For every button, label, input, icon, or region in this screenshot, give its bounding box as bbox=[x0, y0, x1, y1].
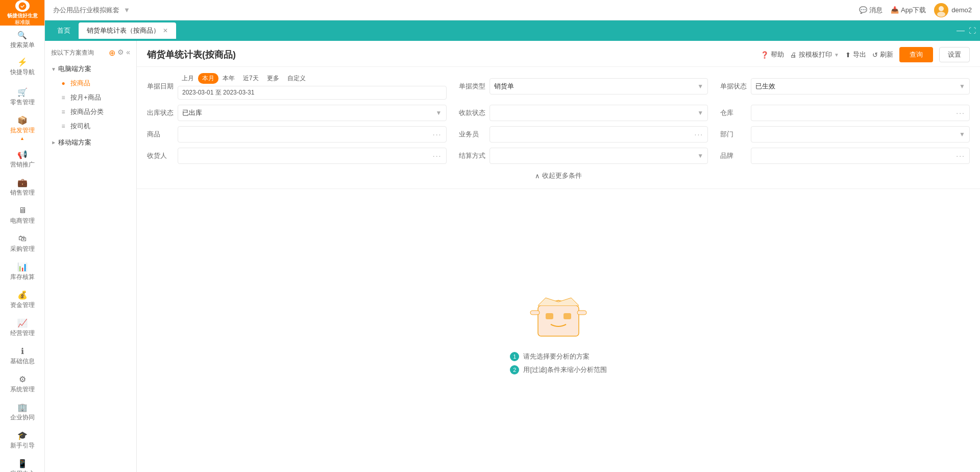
date-tab-7days[interactable]: 近7天 bbox=[239, 73, 263, 84]
filter-group-mobile-header[interactable]: ▼ 移动端方案 bbox=[45, 135, 136, 150]
retail-icon: 🛒 bbox=[17, 87, 28, 97]
filter-row-4: 收货人 ··· 结算方式 ▼ bbox=[147, 148, 970, 164]
sidebar-item-retail[interactable]: 🛒 零售管理 bbox=[0, 83, 44, 111]
app-logo: 畅捷信好生意 标准版 bbox=[0, 0, 45, 26]
settings-button[interactable]: 设置 bbox=[939, 47, 970, 62]
filter-field-brand: 品牌 ··· bbox=[720, 148, 970, 164]
settlement-caret-icon: ▼ bbox=[697, 152, 703, 159]
empty-state-text: 1 请先选择要分析的方案 2 用[过滤]条件来缩小分析范围 bbox=[510, 352, 606, 379]
by-product-icon: ● bbox=[59, 79, 67, 87]
department-caret-icon: ▼ bbox=[959, 131, 965, 138]
date-tab-this-month[interactable]: 本月 bbox=[198, 73, 218, 84]
by-product-category-label: 按商品分类 bbox=[70, 107, 104, 116]
out-status-select[interactable]: 已出库 ▼ bbox=[178, 105, 447, 121]
step-2-text: 用[过滤]条件来缩小分析范围 bbox=[523, 365, 606, 374]
date-tab-custom[interactable]: 自定义 bbox=[283, 73, 310, 84]
sidebar-item-ecommerce[interactable]: 🖥 电商管理 bbox=[0, 201, 44, 229]
brand-input[interactable]: ··· bbox=[751, 148, 970, 164]
finance-icon: 💰 bbox=[17, 290, 28, 300]
search-menu[interactable]: 🔍 搜索菜单 bbox=[0, 26, 44, 53]
newbie-icon: 🎓 bbox=[17, 430, 28, 440]
sidebar-item-inventory[interactable]: 📊 库存核算 bbox=[0, 257, 44, 286]
filter-field-out-status: 出库状态 已出库 ▼ bbox=[147, 105, 447, 121]
doc-type-select[interactable]: 销货单 ▼ bbox=[489, 78, 708, 95]
consignee-input[interactable]: ··· bbox=[178, 148, 447, 164]
consignee-label: 收货人 bbox=[147, 151, 178, 160]
step-2-num: 2 bbox=[510, 365, 519, 374]
print-dropdown-icon[interactable]: ▼ bbox=[834, 52, 839, 58]
empty-step-1: 1 请先选择要分析的方案 bbox=[510, 352, 606, 361]
tab-minimize-icon[interactable]: — bbox=[957, 26, 965, 35]
quick-nav-icon: ⚡ bbox=[17, 57, 28, 67]
filter-group-desktop-header[interactable]: ▼ 电脑端方案 bbox=[45, 62, 136, 76]
sidebar-item-quick-nav[interactable]: ⚡ 快捷导航 bbox=[0, 53, 44, 81]
collapse-panel-icon[interactable]: « bbox=[126, 48, 130, 58]
help-button[interactable]: ❓ 帮助 bbox=[761, 50, 784, 59]
receipt-status-caret-icon: ▼ bbox=[697, 109, 703, 116]
filter-field-doc-type: 单据类型 销货单 ▼ bbox=[459, 78, 708, 95]
doc-status-label: 单据状态 bbox=[720, 82, 751, 91]
sidebar-item-finance[interactable]: 💰 资金管理 bbox=[0, 286, 44, 314]
refresh-label: 刷新 bbox=[880, 50, 893, 59]
print-button[interactable]: 🖨 按模板打印 ▼ bbox=[790, 50, 839, 59]
edit-scheme-icon[interactable]: ⚙ bbox=[117, 48, 124, 58]
brand-more-icon: ··· bbox=[956, 152, 965, 160]
sidebar-item-sales[interactable]: 💼 销售管理 bbox=[0, 173, 44, 201]
user-menu[interactable]: demo2 bbox=[934, 3, 972, 17]
sidebar-item-wholesale[interactable]: 📦 批发管理 ▲ bbox=[0, 111, 44, 145]
sidebar-item-system[interactable]: ⚙ 系统管理 bbox=[0, 370, 44, 398]
doc-type-value: 销货单 bbox=[494, 82, 514, 91]
tab-close-icon[interactable]: ✕ bbox=[163, 27, 168, 34]
sidebar-item-basic[interactable]: ℹ 基础信息 bbox=[0, 342, 44, 370]
sidebar-item-enterprise[interactable]: 🏢 企业协同 bbox=[0, 398, 44, 426]
out-status-caret-icon: ▼ bbox=[436, 109, 442, 116]
by-month-product-icon: ≡ bbox=[59, 93, 67, 102]
breadcrumb-dropdown-icon[interactable]: ▼ bbox=[124, 6, 130, 14]
consignee-more-icon: ··· bbox=[433, 152, 442, 160]
sidebar-item-operations[interactable]: 📈 经营管理 bbox=[0, 314, 44, 342]
salesperson-input[interactable]: ··· bbox=[489, 126, 708, 143]
app-download-button[interactable]: 📥 App下载 bbox=[891, 6, 926, 15]
collapse-button[interactable]: ∧ 收起更多条件 bbox=[147, 169, 970, 182]
date-tab-this-year[interactable]: 本年 bbox=[218, 73, 239, 84]
app-download-label: App下载 bbox=[901, 6, 926, 15]
filter-item-by-product-category[interactable]: ≡ 按商品分类 bbox=[45, 105, 136, 119]
department-select[interactable]: ▼ bbox=[751, 126, 970, 143]
date-range-input[interactable]: 2023-03-01 至 2023-03-31 bbox=[178, 86, 447, 100]
filter-panel-header: 按以下方案查询 ⊕ ⚙ « bbox=[45, 45, 136, 61]
sidebar-item-appstore[interactable]: 📱 应用中心 bbox=[0, 454, 44, 472]
refresh-button[interactable]: ↺ 刷新 bbox=[872, 50, 893, 59]
add-scheme-icon[interactable]: ⊕ bbox=[109, 48, 115, 58]
filter-item-by-product[interactable]: ● 按商品 bbox=[45, 76, 136, 90]
settlement-label: 结算方式 bbox=[459, 151, 489, 160]
tab-expand-icon[interactable]: ⛶ bbox=[969, 27, 976, 35]
empty-state-icon bbox=[528, 282, 589, 344]
tab-sales-stat[interactable]: 销货单统计表（按商品） ✕ bbox=[79, 22, 176, 39]
tab-home[interactable]: 首页 bbox=[49, 22, 79, 39]
filter-item-by-cashier[interactable]: ≡ 按司机 bbox=[45, 119, 136, 133]
sales-icon: 💼 bbox=[17, 177, 28, 187]
sidebar-item-purchase[interactable]: 🛍 采购管理 bbox=[0, 229, 44, 257]
date-tab-last-month[interactable]: 上月 bbox=[178, 73, 198, 84]
by-month-product-label: 按月+商品 bbox=[70, 93, 101, 102]
empty-step-2: 2 用[过滤]条件来缩小分析范围 bbox=[510, 365, 606, 374]
receipt-status-select[interactable]: ▼ bbox=[489, 105, 708, 121]
sidebar-item-marketing[interactable]: 📢 营销推广 bbox=[0, 145, 44, 173]
message-button[interactable]: 💬 消息 bbox=[859, 6, 883, 15]
sidebar-item-newbie[interactable]: 🎓 新手引导 bbox=[0, 426, 44, 454]
filter-field-settlement: 结算方式 ▼ bbox=[459, 148, 708, 164]
doc-status-select[interactable]: 已生效 ▼ bbox=[751, 78, 970, 95]
export-button[interactable]: ⬆ 导出 bbox=[845, 50, 866, 59]
group-arrow-icon: ▼ bbox=[51, 66, 56, 72]
export-label: 导出 bbox=[853, 50, 866, 59]
brand-label: 品牌 bbox=[720, 151, 751, 160]
marketing-icon: 📢 bbox=[17, 149, 28, 159]
warehouse-input[interactable]: ··· bbox=[751, 105, 970, 121]
settlement-select[interactable]: ▼ bbox=[489, 148, 708, 164]
filter-item-by-month-product[interactable]: ≡ 按月+商品 bbox=[45, 90, 136, 105]
product-input[interactable]: ··· bbox=[178, 126, 447, 143]
date-tabs: 上月 本月 本年 近7天 更多 自定义 bbox=[178, 73, 447, 84]
query-button[interactable]: 查询 bbox=[899, 47, 933, 62]
content: 按以下方案查询 ⊕ ⚙ « ▼ 电脑端方案 ● 按商品 ≡ bbox=[45, 41, 980, 472]
date-tab-more[interactable]: 更多 bbox=[263, 73, 283, 84]
